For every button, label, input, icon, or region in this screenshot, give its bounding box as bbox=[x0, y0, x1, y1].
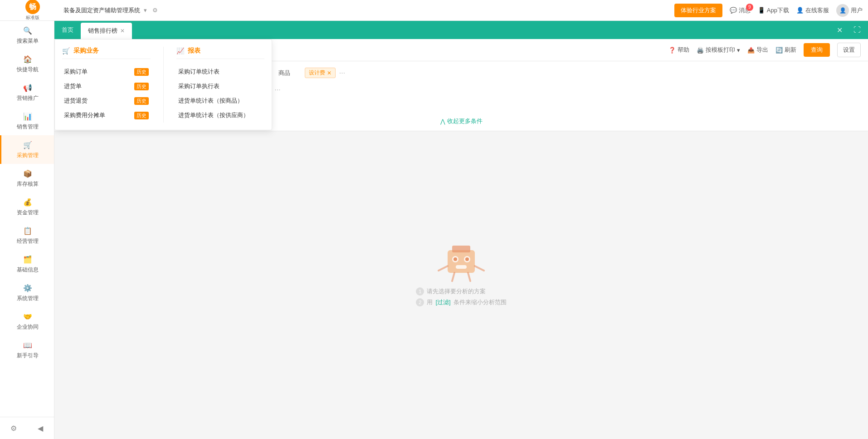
online-service-label: 在线客服 bbox=[805, 6, 829, 15]
system-settings-icon[interactable]: ⚙ bbox=[152, 7, 158, 14]
collapse-btn[interactable]: ⋀ 收起更多条件 bbox=[440, 117, 483, 125]
sidebar-item-operations[interactable]: 📋 经营管理 bbox=[0, 221, 54, 250]
print-icon: 🖨️ bbox=[697, 47, 704, 54]
svg-rect-0 bbox=[448, 250, 475, 273]
sidebar-collapse-btn[interactable]: ◀ bbox=[33, 421, 48, 435]
notification-item[interactable]: 💬 消息 9 bbox=[730, 6, 751, 15]
tab-bar-expand[interactable]: ⛶ bbox=[850, 26, 864, 34]
svg-rect-1 bbox=[452, 246, 470, 252]
online-service-item[interactable]: 👤 在线客服 bbox=[796, 6, 829, 15]
report-col: 📈 报表 采购订单统计表 采购订单执行表 进货单统计表（按商品） 进货单统计表（… bbox=[176, 47, 265, 123]
sidebar-item-basic-info[interactable]: 🗂️ 基础信息 bbox=[0, 250, 54, 278]
empty-text: 1 请先选择要分析的方案 2 用 [过滤] 条件来缩小分析范围 bbox=[416, 287, 506, 306]
logo-area: 畅 标准版 bbox=[5, 0, 60, 21]
sidebar-purchase-label: 采购管理 bbox=[17, 152, 39, 159]
sidebar-sales-label: 销售管理 bbox=[17, 123, 39, 131]
sidebar-inventory-label: 库存核算 bbox=[17, 180, 39, 188]
tab-close-icon[interactable]: ✕ bbox=[120, 28, 125, 34]
top-header: 畅 标准版 装备及固定资产辅助管理系统 ▾ ⚙ 体验行业方案 💬 消息 9 📱 … bbox=[0, 0, 868, 21]
empty-svg bbox=[434, 237, 488, 282]
phone-icon: 📱 bbox=[758, 7, 765, 14]
logo-symbol: 畅 bbox=[29, 2, 36, 12]
help-btn[interactable]: ❓ 帮助 bbox=[668, 46, 689, 54]
purchase-ops-icon: 🛒 bbox=[62, 47, 70, 54]
sidebar-item-finance[interactable]: 💰 资金管理 bbox=[0, 192, 54, 221]
refresh-icon: 🔄 bbox=[775, 47, 783, 54]
menu-purchase-order-exec[interactable]: 采购订单执行表 bbox=[176, 79, 265, 94]
menu-receipt-stats-supplier[interactable]: 进货单统计表（按供应商） bbox=[176, 108, 265, 123]
content-area: 首页 销售排行榜 ✕ 🛒 采购业务 采购订单 历史 bbox=[54, 21, 868, 439]
goods-tag-text: 设计费 bbox=[309, 69, 325, 77]
guide-icon: 📖 bbox=[23, 340, 33, 350]
sidebar-item-guide[interactable]: 📖 新手引导 bbox=[0, 335, 54, 364]
svg-line-10 bbox=[468, 273, 470, 281]
sales-icon: 📊 bbox=[23, 111, 33, 121]
purchase-order-stats-label: 采购订单统计表 bbox=[178, 68, 219, 76]
system-dropdown-icon[interactable]: ▾ bbox=[144, 7, 147, 14]
purchase-icon: 🛒 bbox=[23, 140, 33, 150]
trial-button[interactable]: 体验行业方案 bbox=[674, 4, 722, 17]
sidebar-operations-label: 经营管理 bbox=[17, 237, 39, 245]
hint2-pre: 用 bbox=[427, 298, 433, 306]
refresh-btn[interactable]: 🔄 刷新 bbox=[775, 46, 796, 54]
sidebar-quick-nav-label: 快捷导航 bbox=[17, 66, 39, 74]
collapse-label: 收起更多条件 bbox=[447, 117, 483, 125]
purchase-ops-title-text: 采购业务 bbox=[73, 47, 99, 55]
service-icon: 👤 bbox=[796, 7, 804, 14]
tab-home[interactable]: 首页 bbox=[54, 21, 81, 39]
menu-divider bbox=[163, 47, 164, 123]
print-btn[interactable]: 🖨️ 按模板打印 ▾ bbox=[697, 46, 740, 54]
settings-button[interactable]: 设置 bbox=[837, 43, 861, 57]
export-icon: 📤 bbox=[747, 47, 755, 54]
sidebar-item-marketing[interactable]: 📢 营销推广 bbox=[0, 78, 54, 107]
goods-label: 商品 bbox=[278, 69, 301, 77]
tab-bar-close-all[interactable]: ✕ bbox=[833, 26, 846, 35]
goods-tag: 设计费 ✕ bbox=[305, 68, 336, 78]
help-label: 帮助 bbox=[678, 46, 689, 54]
empty-state: 1 请先选择要分析的方案 2 用 [过滤] 条件来缩小分析范围 bbox=[54, 131, 868, 439]
app-download-item[interactable]: 📱 App下载 bbox=[758, 6, 789, 15]
goods-tag-close[interactable]: ✕ bbox=[327, 70, 332, 76]
menu-purchase-receipt[interactable]: 进货单 历史 bbox=[62, 79, 151, 94]
sidebar-item-enterprise[interactable]: 🤝 企业协同 bbox=[0, 307, 54, 335]
purchase-order-exec-label: 采购订单执行表 bbox=[178, 82, 219, 90]
purchase-expense-label: 采购费用分摊单 bbox=[64, 111, 105, 119]
user-item[interactable]: 👤 用户 bbox=[836, 4, 863, 17]
step-num-1: 1 bbox=[416, 287, 424, 296]
system-title-text: 装备及固定资产辅助管理系统 bbox=[63, 6, 140, 15]
sidebar-item-quick-nav[interactable]: 🏠 快捷导航 bbox=[0, 49, 54, 78]
sidebar-settings-btn[interactable]: ⚙ bbox=[6, 421, 21, 435]
menu-purchase-order-stats[interactable]: 采购订单统计表 bbox=[176, 64, 265, 79]
refresh-label: 刷新 bbox=[785, 46, 796, 54]
menu-receipt-stats-goods[interactable]: 进货单统计表（按商品） bbox=[176, 94, 265, 108]
sidebar-item-system[interactable]: ⚙️ 系统管理 bbox=[0, 278, 54, 307]
goods-ellipsis: ··· bbox=[339, 69, 345, 77]
print-dropdown-icon: ▾ bbox=[737, 47, 740, 54]
export-btn[interactable]: 📤 导出 bbox=[747, 46, 768, 54]
query-button[interactable]: 查询 bbox=[804, 43, 830, 57]
menu-purchase-return[interactable]: 进货退货 历史 bbox=[62, 94, 151, 108]
purchase-ops-title: 🛒 采购业务 bbox=[62, 47, 151, 59]
svg-line-7 bbox=[439, 266, 448, 271]
print-label: 按模板打印 bbox=[706, 46, 735, 54]
hist-badge-purchase-order: 历史 bbox=[134, 68, 149, 76]
sidebar-item-search[interactable]: 🔍 搜索菜单 bbox=[0, 21, 54, 49]
sidebar-finance-label: 资金管理 bbox=[17, 209, 39, 217]
menu-purchase-order[interactable]: 采购订单 历史 bbox=[62, 64, 151, 79]
purchase-return-label: 进货退货 bbox=[64, 97, 88, 105]
receipt-stats-goods-label: 进货单统计表（按商品） bbox=[178, 97, 243, 105]
sidebar-item-sales[interactable]: 📊 销售管理 bbox=[0, 107, 54, 135]
sidebar-item-purchase[interactable]: 🛒 采购管理 bbox=[0, 135, 54, 164]
sidebar-item-inventory[interactable]: 📦 库存核算 bbox=[0, 164, 54, 192]
logo-icon: 畅 bbox=[25, 0, 40, 14]
menu-purchase-expense[interactable]: 采购费用分摊单 历史 bbox=[62, 108, 151, 123]
export-label: 导出 bbox=[756, 46, 768, 54]
notification-icon: 💬 bbox=[730, 7, 737, 14]
report-title-text: 报表 bbox=[188, 47, 200, 55]
main-layout: 🔍 搜索菜单 🏠 快捷导航 📢 营销推广 📊 销售管理 🛒 采购管理 📦 库存核… bbox=[0, 21, 868, 439]
logo-text: 标准版 bbox=[26, 15, 39, 21]
tab-sales-rank[interactable]: 销售排行榜 ✕ bbox=[81, 23, 132, 39]
empty-hint-2: 2 用 [过滤] 条件来缩小分析范围 bbox=[416, 298, 506, 306]
tab-bar-right: ✕ ⛶ bbox=[833, 26, 868, 35]
svg-point-4 bbox=[454, 257, 457, 261]
